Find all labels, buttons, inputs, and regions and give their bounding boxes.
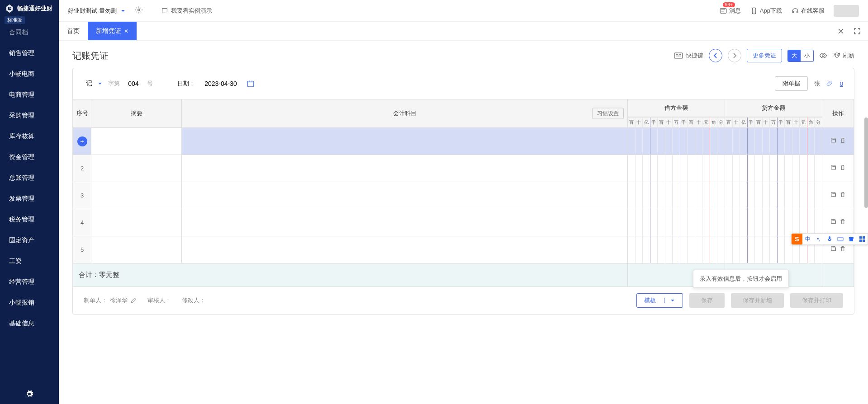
credit-cell[interactable]	[725, 155, 822, 182]
edit-icon[interactable]	[130, 297, 137, 304]
sidebar-item-salary[interactable]: 工资	[0, 251, 59, 272]
close-tab-button[interactable]	[835, 25, 847, 38]
size-large-button[interactable]: 大	[788, 50, 801, 61]
attach-count[interactable]: 0	[840, 80, 843, 87]
copy-row-icon[interactable]	[830, 218, 837, 225]
tab-new-voucher[interactable]: 新增凭证 ✕	[88, 22, 137, 40]
scrollbar[interactable]	[864, 117, 868, 208]
ime-keyboard-icon[interactable]	[835, 234, 846, 244]
chevron-down-icon	[120, 8, 126, 14]
subject-cell[interactable]	[182, 128, 628, 155]
ime-toolbar[interactable]: S 中 •,	[791, 233, 868, 245]
credit-cell[interactable]	[725, 182, 822, 209]
save-new-button[interactable]: 保存并新增	[731, 293, 784, 308]
sidebar-item-invoice[interactable]: 发票管理	[0, 188, 59, 209]
debit-cell[interactable]	[628, 155, 725, 182]
sidebar-item-ledger[interactable]: 总账管理	[0, 168, 59, 188]
view-toggle-button[interactable]	[819, 52, 827, 60]
summary-cell[interactable]	[91, 155, 182, 182]
next-voucher-button[interactable]	[728, 49, 741, 62]
ime-lang[interactable]: 中	[802, 234, 813, 244]
refresh-button[interactable]: 刷新	[833, 52, 854, 60]
voucher-type-input[interactable]	[84, 79, 95, 89]
debit-cell[interactable]	[628, 209, 725, 236]
sidebar-item-expense[interactable]: 小畅报销	[0, 292, 59, 313]
delete-row-icon[interactable]	[839, 191, 846, 198]
message-icon	[719, 7, 727, 15]
sidebar-settings[interactable]	[0, 385, 59, 404]
sidebar-item-funds[interactable]: 资金管理	[0, 147, 59, 168]
voucher-type-field[interactable]	[84, 79, 103, 89]
org-selector[interactable]: 好业财测试-量勿删	[68, 7, 126, 15]
debit-cell[interactable]	[628, 236, 725, 263]
digit-header: 十	[733, 117, 740, 127]
digit-header: 百	[725, 117, 733, 127]
fullscreen-button[interactable]	[851, 25, 863, 38]
sidebar-item-partial[interactable]: 合同档	[0, 27, 59, 43]
ime-mic-icon[interactable]	[824, 234, 835, 244]
habits-button[interactable]: 习惯设置	[592, 108, 624, 119]
save-print-button[interactable]: 保存并打印	[790, 293, 843, 308]
sidebar-item-ecom[interactable]: 电商管理	[0, 85, 59, 105]
voucher-number-input[interactable]	[125, 79, 142, 89]
summary-cell[interactable]	[91, 236, 182, 263]
support-button[interactable]: 在线客服	[791, 7, 825, 15]
summary-cell[interactable]	[91, 182, 182, 209]
summary-cell[interactable]	[91, 128, 182, 155]
subject-cell[interactable]	[182, 236, 628, 263]
sidebar-item-sales[interactable]: 销售管理	[0, 43, 59, 64]
copy-row-icon[interactable]	[830, 191, 837, 198]
sidebar-item-xcecom[interactable]: 小畅电商	[0, 64, 59, 85]
sidebar-item-business[interactable]: 经营管理	[0, 272, 59, 292]
prev-voucher-button[interactable]	[709, 49, 722, 62]
chevron-down-icon	[670, 298, 675, 303]
paperclip-icon	[826, 80, 834, 87]
col-summary-header: 摘要	[91, 105, 181, 122]
debit-cell[interactable]	[628, 182, 725, 209]
seq-cell: 5	[73, 236, 91, 263]
subject-cell[interactable]	[182, 209, 628, 236]
add-row-button[interactable]: +	[77, 136, 87, 146]
expand-icon	[854, 28, 860, 34]
debit-cell[interactable]	[628, 128, 725, 155]
topbar: 好业财测试-量勿删 我要看实例演示 99+ 消息 App下载	[59, 0, 868, 22]
sidebar-item-basic[interactable]: 基础信息	[0, 313, 59, 334]
sidebar-item-purchase[interactable]: 采购管理	[0, 105, 59, 126]
shortcut-button[interactable]: 快捷键	[674, 52, 703, 60]
demo-link[interactable]: 我要看实例演示	[161, 7, 212, 15]
subject-cell[interactable]	[182, 155, 628, 182]
delete-row-icon[interactable]	[839, 245, 846, 253]
sidebar-item-assets[interactable]: 固定资产	[0, 230, 59, 251]
more-vouchers-button[interactable]: 更多凭证	[747, 49, 782, 62]
delete-row-icon[interactable]	[839, 218, 846, 225]
ime-punct-icon[interactable]: •,	[813, 234, 824, 244]
copy-row-icon[interactable]	[830, 245, 837, 253]
col-subject-header: 会计科目	[182, 105, 627, 122]
ime-grid-icon[interactable]	[857, 234, 868, 244]
delete-row-icon[interactable]	[839, 164, 846, 171]
summary-input[interactable]	[93, 130, 180, 151]
size-small-button[interactable]: 小	[801, 50, 813, 61]
copy-row-icon[interactable]	[830, 137, 837, 144]
sidebar-item-inventory[interactable]: 库存核算	[0, 126, 59, 147]
credit-cell[interactable]	[725, 209, 822, 236]
date-label: 日期：	[177, 80, 195, 88]
template-button[interactable]: 模板	[636, 293, 683, 308]
sidebar-item-tax[interactable]: 税务管理	[0, 209, 59, 230]
user-avatar[interactable]	[834, 5, 859, 17]
tab-home[interactable]: 首页	[59, 22, 88, 40]
date-input[interactable]	[200, 79, 241, 89]
summary-cell[interactable]	[91, 209, 182, 236]
org-settings-button[interactable]	[135, 6, 143, 15]
app-download-button[interactable]: App下载	[750, 7, 782, 15]
messages-button[interactable]: 99+ 消息	[719, 7, 741, 15]
copy-row-icon[interactable]	[830, 164, 837, 171]
subject-cell[interactable]	[182, 182, 628, 209]
save-button[interactable]: 保存	[689, 293, 725, 308]
attach-button[interactable]: 附单据	[775, 76, 808, 91]
ime-shirt-icon[interactable]	[846, 234, 857, 244]
tab-close-button[interactable]: ✕	[124, 28, 128, 34]
delete-row-icon[interactable]	[839, 137, 846, 144]
credit-cell[interactable]	[725, 128, 822, 155]
calendar-icon[interactable]	[247, 80, 255, 88]
